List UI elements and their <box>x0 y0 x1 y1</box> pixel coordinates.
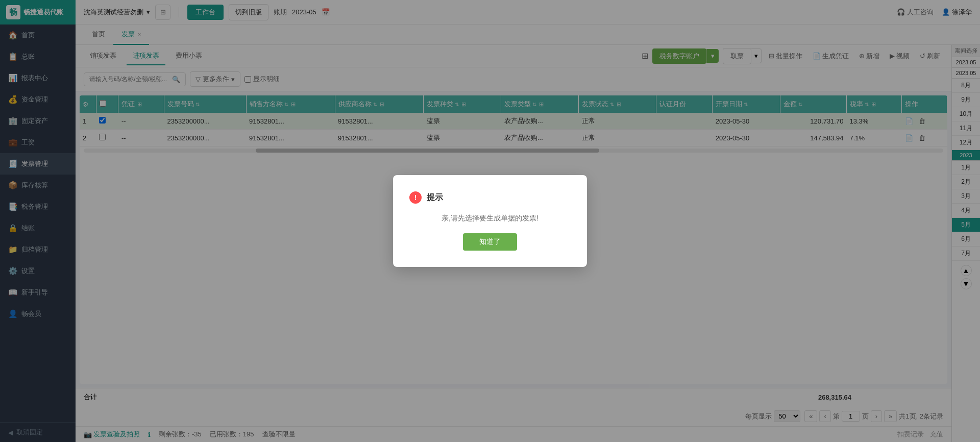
modal-confirm-button[interactable]: 知道了 <box>463 233 517 251</box>
alert-modal: ! 提示 亲,请先选择要生成单据的发票! 知道了 <box>393 175 587 267</box>
modal-header: ! 提示 <box>409 191 571 204</box>
modal-title: 提示 <box>427 192 443 203</box>
modal-overlay: ! 提示 亲,请先选择要生成单据的发票! 知道了 <box>0 0 980 442</box>
modal-warning-icon: ! <box>409 191 422 204</box>
modal-message: 亲,请先选择要生成单据的发票! <box>409 214 571 223</box>
modal-footer: 知道了 <box>409 233 571 251</box>
